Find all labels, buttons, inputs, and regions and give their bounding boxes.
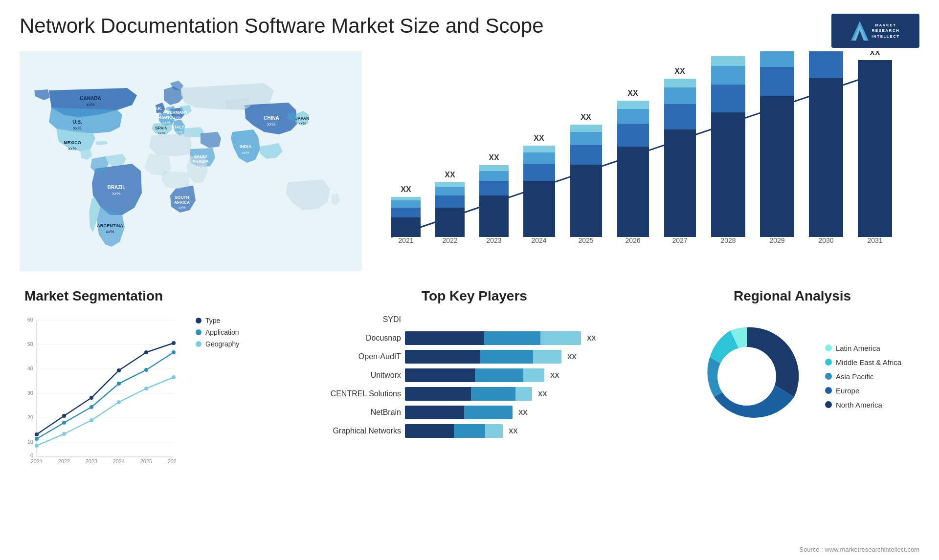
svg-rect-86 — [760, 96, 794, 237]
svg-point-132 — [35, 432, 39, 436]
svg-point-137 — [172, 341, 176, 345]
svg-rect-77 — [664, 79, 696, 87]
player-graphical-value: XX — [509, 427, 518, 435]
svg-point-136 — [144, 350, 148, 354]
regional-analysis-section: Regional Analysis — [655, 288, 929, 542]
svg-text:xx%: xx% — [242, 151, 249, 155]
svg-rect-95 — [858, 60, 892, 237]
regional-legend: Latin America Middle East & Africa Asia … — [825, 344, 901, 409]
svg-text:INDIA: INDIA — [240, 144, 252, 149]
svg-point-138 — [717, 347, 776, 406]
svg-point-126 — [35, 437, 39, 441]
svg-rect-52 — [479, 171, 509, 181]
svg-point-121 — [62, 432, 66, 436]
svg-text:SPAIN: SPAIN — [155, 126, 167, 130]
svg-rect-62 — [570, 165, 602, 237]
svg-text:GERMANY: GERMANY — [166, 110, 188, 115]
svg-point-127 — [62, 421, 66, 425]
player-docusnap-bar: XX — [405, 331, 641, 345]
svg-rect-82 — [711, 66, 745, 85]
svg-text:2024: 2024 — [531, 237, 546, 244]
legend-asia-pacific: Asia Pacific — [825, 372, 901, 381]
svg-text:XX: XX — [489, 153, 499, 162]
player-centrel-value: XX — [538, 390, 547, 398]
svg-point-134 — [89, 396, 93, 400]
player-sydi-bar — [405, 313, 641, 326]
svg-text:XX: XX — [581, 113, 591, 121]
player-unitworx-bar: XX — [405, 368, 641, 382]
player-sydi-name: SYDI — [308, 315, 401, 324]
svg-point-130 — [144, 368, 148, 372]
svg-text:AFRICA: AFRICA — [174, 200, 190, 205]
svg-text:2026: 2026 — [168, 458, 176, 464]
svg-text:2024: 2024 — [113, 458, 125, 464]
type-dot — [196, 318, 201, 323]
type-label: Type — [205, 317, 220, 324]
svg-rect-92 — [809, 51, 843, 78]
bar-chart-svg: 2021 XX 2022 XX 2023 XX 2024 — [367, 51, 905, 261]
svg-rect-91 — [809, 78, 843, 237]
svg-point-133 — [62, 414, 66, 418]
svg-rect-87 — [760, 67, 794, 96]
svg-text:JAPAN: JAPAN — [295, 116, 309, 121]
player-open-audit-bar: XX — [405, 350, 641, 364]
svg-text:0: 0 — [30, 452, 33, 458]
svg-text:xx%: xx% — [162, 120, 170, 125]
svg-text:2028: 2028 — [720, 237, 736, 244]
donut-chart-svg — [683, 313, 810, 440]
svg-rect-75 — [664, 104, 696, 129]
svg-point-122 — [89, 418, 93, 422]
north-america-label: North America — [836, 401, 882, 409]
svg-text:xx%: xx% — [73, 126, 81, 130]
svg-rect-58 — [523, 152, 555, 164]
segmentation-title: Market Segmentation — [20, 288, 293, 304]
legend-latin-america: Latin America — [825, 344, 901, 352]
svg-rect-41 — [391, 197, 421, 200]
legend-mea: Middle East & Africa — [825, 358, 901, 366]
svg-text:XX: XX — [445, 171, 455, 179]
application-dot — [196, 329, 201, 335]
svg-rect-38 — [391, 217, 421, 237]
player-open-audit-value: XX — [567, 353, 577, 361]
svg-rect-51 — [479, 181, 509, 195]
player-graphical: Graphical Networks XX — [308, 424, 641, 438]
player-netbrain: NetBrain XX — [308, 406, 641, 419]
svg-rect-45 — [435, 195, 465, 208]
svg-text:XX: XX — [534, 134, 544, 142]
mea-dot — [825, 359, 832, 366]
player-centrel-name: CENTREL Solutions — [308, 389, 401, 398]
asia-pacific-dot — [825, 373, 832, 380]
svg-text:2023: 2023 — [486, 237, 501, 244]
svg-point-129 — [117, 382, 121, 386]
svg-rect-44 — [435, 208, 465, 237]
svg-text:U.S.: U.S. — [72, 119, 82, 125]
svg-text:SAUDI: SAUDI — [194, 154, 207, 159]
svg-rect-81 — [711, 85, 745, 112]
svg-text:2031: 2031 — [867, 237, 882, 244]
player-open-audit-name: Open-AudIT — [308, 352, 401, 361]
svg-point-124 — [144, 387, 148, 390]
latin-america-label: Latin America — [836, 344, 880, 352]
key-players-title: Top Key Players — [308, 288, 641, 304]
logo-icon — [851, 21, 869, 41]
regional-title: Regional Analysis — [655, 288, 929, 304]
legend-north-america: North America — [825, 401, 901, 409]
svg-rect-64 — [570, 132, 602, 145]
svg-text:2025: 2025 — [140, 458, 152, 464]
svg-text:2026: 2026 — [625, 237, 640, 244]
svg-rect-80 — [711, 112, 745, 237]
mea-label: Middle East & Africa — [836, 358, 901, 366]
svg-text:xx%: xx% — [112, 191, 120, 196]
bar-chart-section: 2021 XX 2022 XX 2023 XX 2024 — [367, 51, 919, 266]
svg-text:xx%: xx% — [267, 122, 275, 127]
svg-text:2023: 2023 — [86, 458, 97, 464]
svg-text:10: 10 — [27, 439, 33, 445]
svg-text:2022: 2022 — [442, 237, 457, 244]
svg-rect-83 — [711, 56, 745, 66]
legend-europe: Europe — [825, 387, 901, 395]
svg-text:xx%: xx% — [157, 131, 165, 135]
players-list: SYDI Docusnap XX Open-AudIT — [308, 313, 641, 438]
svg-text:60: 60 — [27, 317, 33, 323]
segmentation-legend: Type Application Geography — [196, 317, 239, 348]
source-text: Source : www.marketresearchintellect.com — [799, 546, 919, 553]
